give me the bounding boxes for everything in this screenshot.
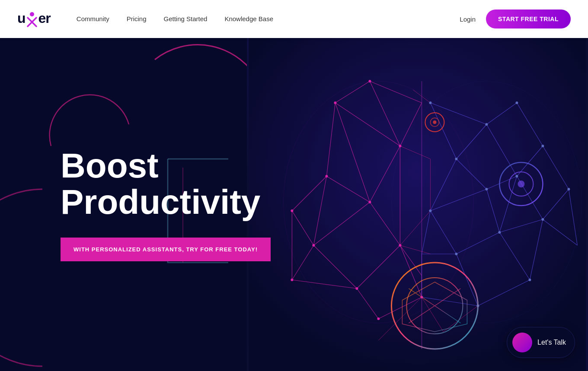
svg-point-83 [499, 231, 501, 234]
start-trial-button[interactable]: START FREE TRIAL [486, 10, 571, 29]
svg-point-69 [399, 145, 402, 147]
svg-point-82 [516, 175, 518, 178]
svg-point-70 [369, 201, 371, 203]
svg-point-81 [486, 123, 488, 126]
chat-label: Let's Talk [537, 339, 566, 346]
login-link[interactable]: Login [460, 16, 476, 23]
svg-point-97 [433, 120, 437, 124]
hero-left: Boost Productivity WITH PERSONALIZED ASS… [0, 38, 353, 371]
svg-point-93 [568, 188, 570, 190]
logo-text: u er [17, 10, 51, 28]
svg-point-0 [30, 12, 34, 16]
nav-item-knowledge-base[interactable]: Knowledge Base [224, 15, 273, 23]
logo[interactable]: u er [17, 10, 51, 28]
navbar: u er Community Pricing Getting Started K… [0, 0, 588, 38]
hero-title-line1: Boost [61, 146, 159, 185]
hero-section: Boost Productivity WITH PERSONALIZED ASS… [0, 0, 588, 371]
chat-bubble[interactable]: Let's Talk [507, 327, 575, 358]
nav-item-pricing[interactable]: Pricing [127, 15, 147, 23]
nav-link-pricing[interactable]: Pricing [127, 15, 147, 22]
logo-er: er [38, 10, 51, 26]
logo-u: u [17, 10, 26, 26]
svg-point-92 [542, 145, 544, 147]
svg-point-87 [455, 158, 458, 160]
svg-point-85 [429, 209, 432, 212]
nav-link-community[interactable]: Community [77, 15, 109, 22]
svg-point-73 [356, 287, 358, 290]
svg-point-77 [377, 317, 380, 320]
svg-point-74 [369, 80, 371, 82]
hero-cta-button[interactable]: WITH PERSONALIZED ASSISTANTS, TRY FOR FR… [61, 238, 271, 261]
svg-point-88 [542, 218, 544, 221]
nav-link-getting-started[interactable]: Getting Started [164, 15, 208, 22]
nav-item-getting-started[interactable]: Getting Started [164, 15, 208, 23]
chat-avatar [512, 333, 532, 352]
hero-title: Boost Productivity [61, 148, 327, 220]
svg-point-86 [486, 188, 488, 190]
nav-item-community[interactable]: Community [77, 15, 109, 23]
svg-point-84 [455, 253, 458, 255]
nav-link-knowledge-base[interactable]: Knowledge Base [224, 15, 273, 22]
svg-point-89 [529, 279, 531, 281]
nav-right: Login START FREE TRIAL [460, 10, 571, 29]
hero-title-line2: Productivity [61, 183, 260, 221]
svg-point-100 [518, 181, 525, 187]
svg-point-91 [516, 101, 518, 104]
svg-point-78 [399, 244, 402, 247]
nav-links: Community Pricing Getting Started Knowle… [77, 15, 460, 23]
logo-icon [26, 11, 38, 28]
